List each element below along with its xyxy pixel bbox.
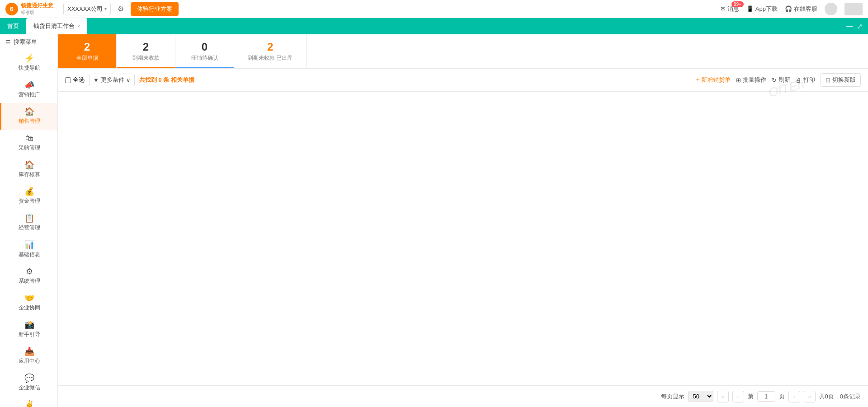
maximize-icon[interactable]: ⤢ [857,22,863,31]
stat-card-all[interactable]: 2 全部单据 [58,34,117,68]
headset-icon: 🎧 [785,5,792,12]
batch-operation-button[interactable]: ⊞ 批量操作 [736,76,766,84]
switch-icon: ⊡ [826,77,830,84]
sidebar-item-apps[interactable]: 📥 应用中心 [0,343,57,370]
online-service-button[interactable]: 🎧 在线客服 [785,5,817,13]
last-page-button[interactable]: » [804,391,816,402]
company-selector[interactable]: XXXXXX公司 ▾ [63,3,111,15]
logo-area: 6 畅捷通好生意 标准版 [5,2,63,16]
user-menu[interactable] [844,3,863,15]
tab-home[interactable]: 首页 [0,18,26,34]
basic-info-icon: 📊 [24,241,34,249]
next-page-button[interactable]: › [788,391,800,402]
trial-button[interactable]: 体验行业方案 [131,2,179,16]
filter-icon: ▼ [93,77,99,84]
stat-underline-wangpu [175,67,234,68]
chevron-down-icon: ▾ [104,6,107,11]
logo-icon: 6 [5,3,18,15]
settings-icon[interactable]: ⚙ [114,3,127,15]
stat-card-shipped[interactable]: 2 到期未收款 已出库 [234,34,307,68]
message-button[interactable]: ✉ 消息 99+ [721,5,739,13]
page-size-select[interactable]: 50 20 100 [688,391,713,402]
content-area: 2 全部单据 2 到期未收款 0 旺铺待确认 2 到期未收款 已出库 [58,34,868,407]
pagination-bar: 每页显示 50 20 100 « ‹ 第 页 › » 共0页，0条记录 [58,385,868,407]
batch-icon: ⊞ [736,77,741,84]
total-text: 共0页，0条记录 [819,393,861,401]
purchase-icon: 🛍 [25,134,33,142]
top-header: 6 畅捷通好生意 标准版 XXXXXX公司 ▾ ⚙ 体验行业方案 ✉ 消息 99… [0,0,868,18]
message-badge: 99+ [731,1,744,7]
sidebar-item-sales[interactable]: 🏠 销售管理 [0,103,57,130]
add-order-button[interactable]: + 新增销货单 [696,76,731,84]
sales-icon: 🏠 [24,108,34,116]
sidebar-item-cooperation[interactable]: 🤝 企业协同 [0,290,57,316]
stat-card-wangpu[interactable]: 0 旺铺待确认 [175,34,234,68]
finance-icon: 💰 [24,187,34,196]
operations-icon: 📋 [24,214,34,222]
sidebar-item-quick-nav[interactable]: ⚡ 快捷导航 [0,50,57,76]
main-layout: ☰ 搜索菜单 ⚡ 快捷导航 📣 营销推广 🏠 销售管理 🛍 采购管理 🏠 库存核… [0,34,868,407]
refresh-icon: ↻ [772,77,777,84]
search-menu-button[interactable]: ☰ 搜索菜单 [0,34,57,50]
logo-text: 畅捷通好生意 标准版 [21,2,53,16]
quick-nav-icon: ⚡ [24,54,34,62]
sidebar-item-marketing[interactable]: 📣 营销推广 [0,76,57,103]
sidebar: ☰ 搜索菜单 ⚡ 快捷导航 📣 营销推广 🏠 销售管理 🛍 采购管理 🏠 库存核… [0,34,58,407]
member-icon: ✌ [24,401,34,407]
sidebar-item-guide[interactable]: 📸 新手引导 [0,316,57,343]
toolbar-left: 全选 ▼ 更多条件 ∨ 共找到 0 条 相关单据 [65,74,194,86]
toolbar: 全选 ▼ 更多条件 ∨ 共找到 0 条 相关单据 + 新增销货单 [58,69,868,92]
print-button[interactable]: 🖨 打印 [796,76,815,84]
cooperation-icon: 🤝 [24,294,34,302]
sidebar-item-basic-info[interactable]: 📊 基础信息 [0,236,57,263]
inventory-icon: 🏠 [24,161,34,169]
select-all-input[interactable] [65,77,71,83]
search-icon: ☰ [5,39,11,46]
sidebar-item-inventory[interactable]: 🏠 库存核算 [0,156,57,183]
sidebar-item-operations[interactable]: 📋 经营管理 [0,210,57,236]
stat-underline-overdue [117,67,175,68]
nav-tabs: 首页 钱货日清工作台 × — ⤢ [0,18,868,34]
select-all-checkbox[interactable]: 全选 [65,76,85,84]
stat-label-overdue: 到期未收款 [132,54,160,62]
switch-version-button[interactable]: ⊡ 切换新版 [821,73,861,87]
sidebar-item-member[interactable]: ✌ 畅会员 [0,396,57,407]
table-area [58,92,868,385]
print-icon: 🖨 [796,77,802,84]
stat-card-overdue[interactable]: 2 到期未收款 [117,34,175,68]
page-number-input[interactable] [757,391,775,402]
stat-label-wangpu: 旺铺待确认 [191,54,218,62]
minimize-icon[interactable]: — [846,22,853,30]
first-page-button[interactable]: « [717,391,729,402]
prev-page-button[interactable]: ‹ [732,391,744,402]
stats-row: 2 全部单据 2 到期未收款 0 旺铺待确认 2 到期未收款 已出库 [58,34,868,69]
sidebar-item-wechat[interactable]: 💬 企业微信 [0,370,57,396]
guide-icon: 📸 [24,321,34,329]
header-right: ✉ 消息 99+ 📱 App下载 🎧 在线客服 [721,3,863,15]
filter-button[interactable]: ▼ 更多条件 ∨ [89,74,135,86]
stat-label-shipped: 到期未收款 已出库 [248,54,292,62]
sidebar-item-purchase[interactable]: 🛍 采购管理 [0,130,57,156]
marketing-icon: 📣 [24,81,34,89]
toolbar-right: + 新增销货单 ⊞ 批量操作 ↻ 刷新 🖨 打印 ⊡ 切换新版 [696,73,861,87]
message-icon: ✉ [721,5,726,12]
apps-icon: 📥 [24,347,34,356]
stat-num-shipped: 2 [267,41,273,53]
tab-close-icon[interactable]: × [77,23,80,29]
stat-num-all: 2 [84,41,90,53]
avatar[interactable] [825,3,837,15]
download-icon: 📱 [746,5,754,12]
stat-num-overdue: 2 [143,41,149,53]
sidebar-item-finance[interactable]: 💰 资金管理 [0,183,57,210]
chevron-down-icon: ∨ [126,77,131,84]
tab-actions: — ⤢ [846,22,868,31]
app-download-button[interactable]: 📱 App下载 [746,5,778,13]
sidebar-item-system[interactable]: ⚙ 系统管理 [0,263,57,290]
stat-underline-all [58,67,116,68]
wechat-icon: 💬 [24,374,34,382]
refresh-button[interactable]: ↻ 刷新 [772,76,790,84]
stat-num-wangpu: 0 [202,41,208,53]
count-text: 共找到 0 条 相关单据 [139,76,194,84]
system-icon: ⚙ [26,267,33,276]
tab-workbench[interactable]: 钱货日清工作台 × [26,18,87,34]
